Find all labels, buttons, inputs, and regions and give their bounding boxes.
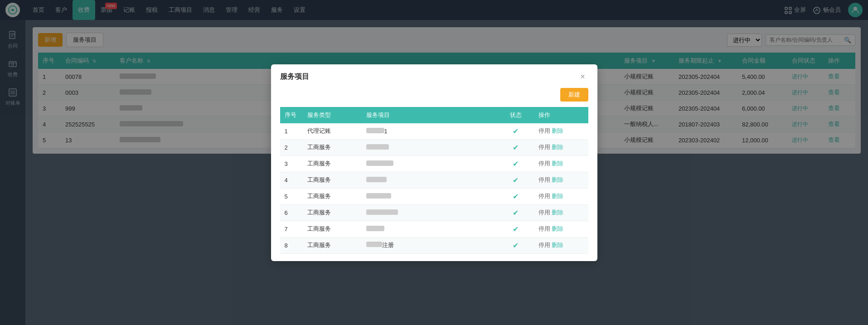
modal-cell-status: ✔ [498,204,534,221]
stop-button[interactable]: 停用 [538,160,550,168]
modal-cell-status: ✔ [498,123,534,140]
modal-table-row: 7 工商服务 ✔ 停用 删除 [280,221,588,237]
modal-cell-type: 工商服务 [303,204,362,221]
modal-table-row: 2 工商服务 ✔ 停用 删除 [280,139,588,155]
status-ok-icon: ✔ [513,127,519,135]
delete-button[interactable]: 删除 [552,143,563,151]
modal-cell-seq: 7 [280,221,303,237]
modal-cell-type: 工商服务 [303,188,362,204]
stop-button[interactable]: 停用 [538,143,550,151]
modal-cell-status: ✔ [498,139,534,155]
modal-cell-seq: 6 [280,204,303,221]
delete-button[interactable]: 删除 [552,241,563,249]
stop-button[interactable]: 停用 [538,192,550,200]
delete-button[interactable]: 删除 [552,209,563,217]
modal-cell-seq: 8 [280,237,303,253]
modal-cell-project [362,188,498,204]
modal-cell-actions: 停用 删除 [534,237,588,253]
modal-cell-actions: 停用 删除 [534,155,588,172]
status-ok-icon: ✔ [513,160,519,168]
modal-cell-actions: 停用 删除 [534,221,588,237]
modal-cell-project [362,139,498,155]
modal-cell-actions: 停用 删除 [534,123,588,140]
modal-cell-project: 注册 [362,237,498,253]
stop-button[interactable]: 停用 [538,209,550,217]
modal-cell-status: ✔ [498,237,534,253]
modal-cell-type: 工商服务 [303,237,362,253]
modal-cell-status: ✔ [498,172,534,188]
modal-cell-type: 工商服务 [303,155,362,172]
modal-header: 服务项目 × [271,64,597,86]
service-items-table: 序号 服务类型 服务项目 状态 操作 1 代理记账 1 ✔ 停用 删除 2 工商… [280,107,588,254]
modal-table-row: 1 代理记账 1 ✔ 停用 删除 [280,123,588,140]
stop-button[interactable]: 停用 [538,176,550,184]
modal-col-type: 服务类型 [303,107,362,123]
modal-table-row: 5 工商服务 ✔ 停用 删除 [280,188,588,204]
modal-cell-type: 代理记账 [303,123,362,140]
stop-button[interactable]: 停用 [538,127,550,135]
status-ok-icon: ✔ [513,144,519,151]
modal-col-project: 服务项目 [362,107,498,123]
modal-cell-type: 工商服务 [303,221,362,237]
status-ok-icon: ✔ [513,176,519,184]
stop-button[interactable]: 停用 [538,225,550,233]
modal-cell-seq: 2 [280,139,303,155]
modal-overlay[interactable]: 服务项目 × 新建 序号 服务类型 服务项目 状态 操作 1 代理记账 [0,0,868,325]
modal-table-row: 4 工商服务 ✔ 停用 删除 [280,172,588,188]
modal-toolbar: 新建 [271,86,597,107]
service-items-modal: 服务项目 × 新建 序号 服务类型 服务项目 状态 操作 1 代理记账 [271,64,597,261]
stop-button[interactable]: 停用 [538,241,550,249]
modal-cell-project: 1 [362,123,498,140]
modal-cell-type: 工商服务 [303,172,362,188]
modal-cell-project [362,155,498,172]
modal-table-row: 6 工商服务 ✔ 停用 删除 [280,204,588,221]
delete-button[interactable]: 删除 [552,176,563,184]
modal-body: 序号 服务类型 服务项目 状态 操作 1 代理记账 1 ✔ 停用 删除 2 工商… [271,107,597,261]
status-ok-icon: ✔ [513,209,519,217]
modal-cell-status: ✔ [498,188,534,204]
status-ok-icon: ✔ [513,225,519,233]
modal-cell-seq: 4 [280,172,303,188]
delete-button[interactable]: 删除 [552,127,563,135]
status-ok-icon: ✔ [513,242,519,249]
modal-cell-actions: 停用 删除 [534,188,588,204]
delete-button[interactable]: 删除 [552,160,563,168]
modal-title: 服务项目 [280,72,309,82]
modal-cell-project [362,221,498,237]
modal-col-actions: 操作 [534,107,588,123]
modal-cell-project [362,204,498,221]
modal-col-seq: 序号 [280,107,303,123]
modal-cell-status: ✔ [498,155,534,172]
modal-cell-actions: 停用 删除 [534,204,588,221]
modal-cell-actions: 停用 删除 [534,172,588,188]
modal-table-row: 8 工商服务 注册 ✔ 停用 删除 [280,237,588,253]
modal-cell-actions: 停用 删除 [534,139,588,155]
delete-button[interactable]: 删除 [552,225,563,233]
modal-cell-status: ✔ [498,221,534,237]
modal-col-status: 状态 [498,107,534,123]
modal-cell-seq: 3 [280,155,303,172]
modal-close-button[interactable]: × [577,72,588,82]
modal-cell-type: 工商服务 [303,139,362,155]
status-ok-icon: ✔ [513,193,519,200]
modal-table-row: 3 工商服务 ✔ 停用 删除 [280,155,588,172]
modal-cell-seq: 5 [280,188,303,204]
delete-button[interactable]: 删除 [552,192,563,200]
modal-new-button[interactable]: 新建 [560,88,588,102]
modal-cell-seq: 1 [280,123,303,140]
modal-cell-project [362,172,498,188]
